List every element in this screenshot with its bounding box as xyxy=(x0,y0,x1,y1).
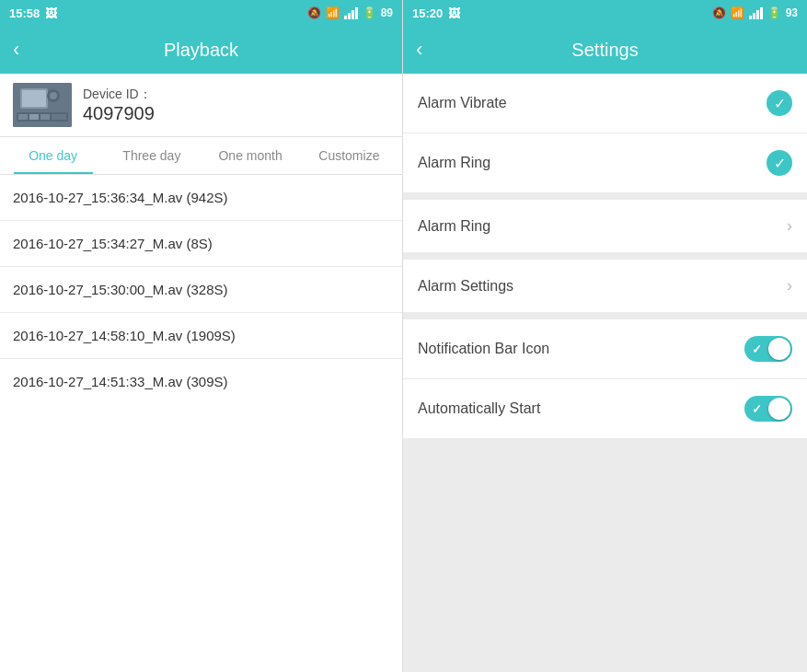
left-back-button[interactable]: ‹ xyxy=(13,38,19,62)
tab-bar: One day Three day One month Customize xyxy=(0,137,402,175)
auto-start-toggle[interactable]: ✓ xyxy=(744,396,792,422)
right-status-bar: 15:20 🖼 🔕 📶 🔋 93 xyxy=(403,0,807,26)
right-wifi-icon: 📶 xyxy=(731,6,744,19)
svg-rect-2 xyxy=(22,90,46,107)
toggle-check-icon-2: ✓ xyxy=(752,402,762,416)
toggle-check-icon: ✓ xyxy=(752,342,762,356)
left-status-left: 15:58 🖼 xyxy=(9,6,57,20)
file-list: 2016-10-27_15:36:34_M.av (942S) 2016-10-… xyxy=(0,175,402,672)
device-id-number: 4097909 xyxy=(83,103,155,124)
alarm-ring-nav-item[interactable]: Alarm Ring › xyxy=(403,200,807,252)
left-photo-icon: 🖼 xyxy=(45,6,57,20)
alarm-ring-check-item[interactable]: Alarm Ring ✓ xyxy=(403,133,807,192)
auto-start-item[interactable]: Automatically Start ✓ xyxy=(403,379,807,438)
file-item[interactable]: 2016-10-27_15:36:34_M.av (942S) xyxy=(0,175,402,221)
settings-section-2: Alarm Ring › xyxy=(403,200,807,252)
svg-rect-8 xyxy=(40,114,50,120)
right-battery-pct: 93 xyxy=(786,6,798,19)
file-item[interactable]: 2016-10-27_14:51:33_M.av (309S) xyxy=(0,359,402,404)
left-wifi-icon: 📶 xyxy=(326,6,340,19)
right-signal-icon xyxy=(749,6,763,19)
left-title-bar: ‹ Playback xyxy=(0,26,402,74)
left-time: 15:58 xyxy=(9,6,40,20)
file-item[interactable]: 2016-10-27_15:34:27_M.av (8S) xyxy=(0,221,402,267)
device-info: Device ID： 4097909 xyxy=(0,74,402,137)
tab-one-day[interactable]: One day xyxy=(4,137,102,174)
left-battery-icon: 🔋 xyxy=(363,6,376,19)
file-item[interactable]: 2016-10-27_14:58:10_M.av (1909S) xyxy=(0,313,402,359)
settings-section-3: Alarm Settings › xyxy=(403,260,807,312)
alarm-ring-check-icon: ✓ xyxy=(767,150,792,176)
right-battery-icon: 🔋 xyxy=(767,6,781,19)
device-details: Device ID： 4097909 xyxy=(83,87,155,124)
notification-bar-toggle[interactable]: ✓ xyxy=(744,336,792,362)
settings-section-1: Alarm Vibrate ✓ Alarm Ring ✓ xyxy=(403,74,807,192)
alarm-ring-chevron-icon: › xyxy=(787,216,792,236)
svg-point-4 xyxy=(50,92,57,99)
left-status-right: 🔕 📶 🔋 89 xyxy=(307,6,393,19)
alarm-vibrate-check: ✓ xyxy=(767,90,792,116)
left-signal-icon xyxy=(344,6,358,19)
alarm-settings-chevron-icon: › xyxy=(787,276,792,295)
notification-bar-item[interactable]: Notification Bar Icon ✓ xyxy=(403,319,807,379)
tab-customize[interactable]: Customize xyxy=(300,137,398,174)
svg-rect-9 xyxy=(52,114,66,120)
left-status-bar: 15:58 🖼 🔕 📶 🔋 89 xyxy=(0,0,402,26)
right-title-bar: ‹ Settings xyxy=(403,26,807,74)
auto-start-label: Automatically Start xyxy=(418,400,540,417)
alarm-vibrate-label: Alarm Vibrate xyxy=(418,95,507,111)
right-time: 15:20 xyxy=(412,6,443,20)
notification-bar-label: Notification Bar Icon xyxy=(418,341,549,357)
file-item[interactable]: 2016-10-27_15:30:00_M.av (328S) xyxy=(0,267,402,313)
settings-section-4: Notification Bar Icon ✓ Automatically St… xyxy=(403,319,807,438)
alarm-settings-item[interactable]: Alarm Settings › xyxy=(403,260,807,312)
tab-three-day[interactable]: Three day xyxy=(102,137,201,174)
right-back-button[interactable]: ‹ xyxy=(416,38,422,62)
right-status-right: 🔕 📶 🔋 93 xyxy=(712,6,798,19)
left-mute-icon: 🔕 xyxy=(307,6,321,19)
right-status-left: 15:20 🖼 xyxy=(412,6,460,20)
alarm-ring-check-label: Alarm Ring xyxy=(418,155,490,171)
left-title: Playback xyxy=(164,40,238,61)
toggle-knob xyxy=(768,338,790,360)
alarm-ring-nav-label: Alarm Ring xyxy=(418,218,490,235)
svg-rect-6 xyxy=(18,114,28,120)
right-title: Settings xyxy=(571,40,638,61)
toggle-knob-2 xyxy=(768,398,790,420)
left-panel: 15:58 🖼 🔕 📶 🔋 89 ‹ Playback xyxy=(0,0,403,672)
device-thumbnail xyxy=(13,83,72,127)
device-thumbnail-image xyxy=(13,83,72,127)
tab-one-month[interactable]: One month xyxy=(202,137,300,174)
right-mute-icon: 🔕 xyxy=(712,6,726,19)
alarm-settings-label: Alarm Settings xyxy=(418,278,513,295)
svg-rect-7 xyxy=(29,114,39,120)
right-photo-icon: 🖼 xyxy=(448,6,460,20)
right-panel: 15:20 🖼 🔕 📶 🔋 93 ‹ Settings Alarm Vibrat… xyxy=(403,0,807,672)
device-id-label: Device ID： xyxy=(83,87,155,103)
alarm-vibrate-item[interactable]: Alarm Vibrate ✓ xyxy=(403,74,807,133)
left-battery-pct: 89 xyxy=(381,6,393,19)
